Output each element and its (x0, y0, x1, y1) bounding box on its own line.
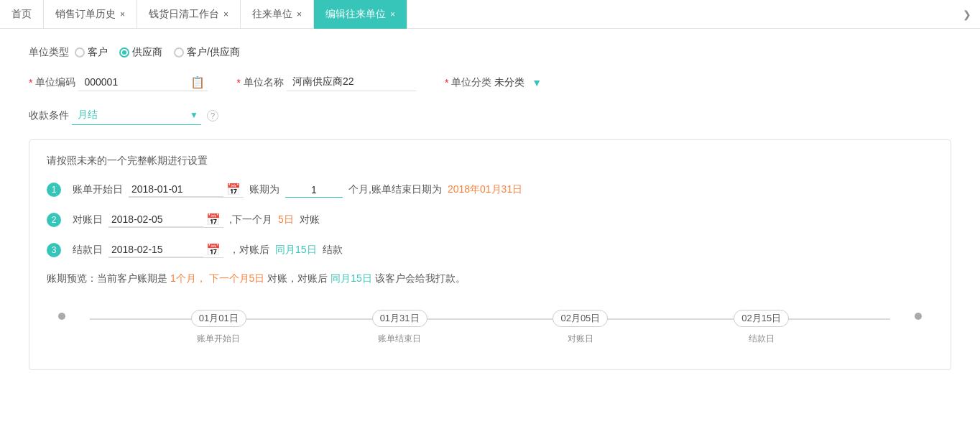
unit-name-group: * 单位名称 (236, 73, 415, 91)
tab-home[interactable]: 首页 (0, 0, 44, 29)
unit-type-row: 单位类型 客户 供应商 客户/供应商 (29, 46, 951, 59)
unit-code-input[interactable] (78, 73, 188, 91)
step-1-calendar-icon[interactable]: 📅 (223, 183, 244, 196)
main-content: 单位类型 客户 供应商 客户/供应商 * 单位编码 📋 (0, 29, 980, 437)
payment-terms-label: 收款条件 (29, 109, 69, 122)
step-1-suffix: 个月,账单结束日期为 (348, 183, 442, 196)
radio-both-label: 客户/供应商 (187, 46, 240, 59)
step-1-num: 1 (47, 183, 61, 197)
preview-p2: 下一个月5日 (209, 272, 265, 284)
timeline-items: 01月01日 账单开始日 01月31日 账单结束日 02月05日 对账日 02月… (61, 310, 919, 345)
step-3-prefix: ，对账后 (229, 244, 269, 257)
timeline-item-4: 02月15日 结款日 (734, 310, 789, 345)
radio-customer[interactable]: 客户 (75, 46, 108, 59)
tab-sales-history-label: 销售订单历史 (55, 8, 116, 21)
step-1-row: 1 账单开始日 📅 账期为 个月,账单结束日期为 2018年01月31日 (47, 182, 933, 198)
step-1-date-input[interactable] (129, 182, 223, 197)
payment-terms-select[interactable]: 月结 ▼ (72, 106, 201, 125)
period-section-box: 请按照未来的一个完整帐期进行设置 1 账单开始日 📅 账期为 个月,账单结束日期… (29, 139, 951, 370)
step-2-date-wrapper: 📅 (108, 212, 223, 228)
tab-cashflow-label: 钱货日清工作台 (149, 8, 219, 21)
unit-code-group: * 单位编码 📋 (29, 73, 208, 91)
payment-terms-arrow-icon: ▼ (187, 110, 201, 120)
timeline-label-4: 结款日 (749, 333, 775, 345)
payment-terms-help-icon[interactable]: ? (207, 110, 218, 121)
tabs-bar: 首页 销售订单历史 × 钱货日清工作台 × 往来单位 × 编辑往来单位 × ❯ (0, 0, 980, 29)
unit-category-group: * 单位分类 未分类 ▼ (445, 76, 542, 89)
step-1-date-wrapper: 📅 (129, 182, 244, 198)
close-edit-partner-icon[interactable]: × (390, 10, 395, 19)
step-1-content: 账单开始日 📅 账期为 个月,账单结束日期为 2018年01月31日 (73, 182, 522, 198)
tab-sales-history[interactable]: 销售订单历史 × (44, 0, 137, 29)
code-name-category-row: * 单位编码 📋 * 单位名称 * 单位分类 未分类 ▼ (29, 73, 951, 91)
timeline: 01月01日 账单开始日 01月31日 账单结束日 02月05日 对账日 02月… (47, 303, 933, 352)
step-1-period-input[interactable] (285, 183, 343, 198)
step-1-label: 账单开始日 (73, 183, 123, 196)
timeline-dot-end (915, 313, 922, 320)
payment-terms-row: 收款条件 月结 ▼ ? (29, 106, 951, 125)
tab-edit-partner[interactable]: 编辑往来单位 × (314, 0, 407, 29)
timeline-badge-2: 01月31日 (372, 310, 427, 327)
tab-cashflow[interactable]: 钱货日清工作台 × (137, 0, 241, 29)
preview-p5: 该客户会给我打款。 (375, 272, 466, 284)
timeline-end-dot (915, 310, 922, 320)
timeline-badge-4: 02月15日 (734, 310, 789, 327)
unit-name-input[interactable] (287, 73, 416, 91)
unit-type-label: 单位类型 (29, 46, 69, 59)
step-3-date-wrapper: 📅 (108, 242, 223, 258)
step-3-date-input[interactable] (108, 242, 203, 257)
unit-code-label: 单位编码 (35, 76, 75, 89)
step-3-row: 3 结款日 📅 ，对账后 同月15日 结款 (47, 242, 933, 258)
step-2-calendar-icon[interactable]: 📅 (203, 213, 223, 226)
unit-code-input-wrapper: 📋 (78, 73, 208, 91)
radio-supplier-circle (119, 47, 129, 58)
timeline-badge-3: 02月05日 (553, 310, 608, 327)
timeline-label-1: 账单开始日 (197, 333, 240, 345)
radio-customer-label: 客户 (88, 46, 108, 59)
step-3-num: 3 (47, 243, 61, 257)
step-3-content: 结款日 📅 ，对账后 同月15日 结款 (73, 242, 343, 258)
close-sales-history-icon[interactable]: × (120, 10, 125, 19)
step-2-suffix: 对账 (300, 213, 320, 226)
step-1-end-date: 2018年01月31日 (448, 183, 522, 196)
tab-partner-label: 往来单位 (252, 8, 292, 21)
radio-both[interactable]: 客户/供应商 (174, 46, 240, 59)
radio-supplier[interactable]: 供应商 (119, 46, 162, 59)
close-cashflow-icon[interactable]: × (223, 10, 228, 19)
radio-supplier-label: 供应商 (132, 46, 162, 59)
preview-label: 账期预览：当前客户账期是 (47, 272, 167, 284)
unit-category-required-star: * (445, 77, 448, 88)
tab-edit-partner-label: 编辑往来单位 (325, 8, 386, 21)
step-3-label: 结款日 (73, 244, 103, 257)
timeline-label-3: 对账日 (568, 333, 593, 345)
step-2-date-input[interactable] (108, 212, 203, 227)
unit-category-label: 单位分类 (451, 76, 491, 89)
tab-home-label: 首页 (11, 8, 32, 21)
timeline-label-2: 账单结束日 (378, 333, 421, 345)
unit-code-copy-icon[interactable]: 📋 (188, 75, 208, 89)
section-title: 请按照未来的一个完整帐期进行设置 (47, 155, 933, 167)
step-2-content: 对账日 📅 ,下一个月 5日 对账 (73, 212, 320, 228)
payment-terms-value: 月结 (72, 106, 187, 124)
timeline-item-3: 02月05日 对账日 (553, 310, 608, 345)
step-2-label: 对账日 (73, 213, 103, 226)
timeline-item-2: 01月31日 账单结束日 (372, 310, 427, 345)
preview-p3: 对账，对账后 (267, 272, 328, 284)
step-2-highlight: 5日 (278, 213, 294, 226)
preview-p4: 同月15日 (330, 272, 372, 284)
unit-category-dropdown-icon[interactable]: ▼ (532, 77, 542, 88)
step-3-suffix: 结款 (323, 244, 343, 257)
close-partner-icon[interactable]: × (297, 10, 302, 19)
unit-type-radio-group: 客户 供应商 客户/供应商 (75, 46, 240, 59)
preview-text: 账期预览：当前客户账期是 1个月， 下一个月5日 对账，对账后 同月15日 该客… (47, 272, 933, 285)
tab-more-arrow[interactable]: ❯ (954, 0, 980, 29)
step-2-prefix: ,下一个月 (229, 213, 272, 226)
step-3-calendar-icon[interactable]: 📅 (203, 243, 223, 257)
timeline-item-1: 01月01日 账单开始日 (191, 310, 246, 345)
timeline-start-dot (58, 310, 65, 320)
tab-partner[interactable]: 往来单位 × (241, 0, 314, 29)
step-1-mid-text: 账期为 (249, 183, 279, 196)
step-3-highlight: 同月15日 (275, 244, 317, 257)
step-2-num: 2 (47, 213, 61, 227)
radio-both-circle (174, 47, 184, 58)
